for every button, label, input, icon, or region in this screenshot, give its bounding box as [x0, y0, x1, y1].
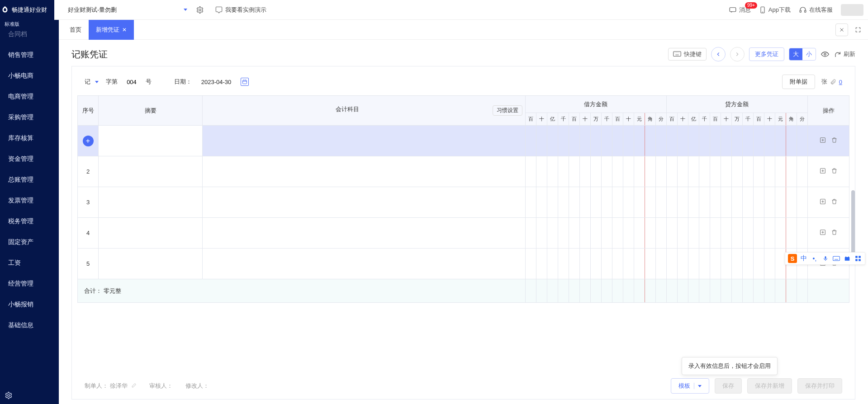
table-row[interactable]: 2 [78, 156, 849, 187]
digit-cell[interactable] [688, 249, 699, 279]
insert-row-button[interactable] [819, 198, 826, 205]
delete-row-button[interactable] [831, 167, 838, 174]
digit-cell[interactable] [569, 126, 579, 156]
digit-cell[interactable] [742, 126, 753, 156]
digit-cell[interactable] [786, 187, 797, 218]
digit-cell[interactable] [558, 249, 569, 279]
ime-skin-icon[interactable] [843, 254, 851, 263]
digit-cell[interactable] [677, 218, 688, 249]
voucher-number-input[interactable] [122, 79, 141, 85]
subject-cell[interactable] [203, 156, 526, 187]
digit-cell[interactable] [569, 156, 579, 187]
digit-cell[interactable] [590, 126, 601, 156]
digit-cell[interactable] [710, 156, 721, 187]
digit-cell[interactable] [547, 249, 558, 279]
digit-cell[interactable] [536, 156, 547, 187]
table-row[interactable]: 3 [78, 187, 849, 218]
digit-cell[interactable] [742, 156, 753, 187]
digit-cell[interactable] [797, 187, 807, 218]
size-large-button[interactable]: 大 [789, 48, 802, 60]
template-button[interactable]: 模板 [671, 378, 709, 394]
tab-home[interactable]: 首页 [62, 20, 89, 40]
digit-cell[interactable] [623, 249, 634, 279]
digit-cell[interactable] [623, 126, 634, 156]
digit-cell[interactable] [536, 218, 547, 249]
digit-cell[interactable] [569, 187, 579, 218]
digit-cell[interactable] [590, 249, 601, 279]
ime-keyboard-icon[interactable] [832, 254, 840, 263]
digit-cell[interactable] [710, 249, 721, 279]
digit-cell[interactable] [677, 187, 688, 218]
size-small-button[interactable]: 小 [802, 48, 816, 60]
digit-cell[interactable] [764, 156, 775, 187]
tab-new-voucher[interactable]: 新增凭证 ✕ [89, 20, 134, 40]
sidebar-item-tax[interactable]: 税务管理 [0, 211, 59, 232]
digit-cell[interactable] [677, 126, 688, 156]
digit-cell[interactable] [601, 218, 612, 249]
digit-cell[interactable] [612, 126, 623, 156]
digit-cell[interactable] [699, 249, 710, 279]
attach-button[interactable]: 附单据 [782, 75, 815, 89]
calendar-icon[interactable] [241, 78, 249, 86]
digit-cell[interactable] [655, 126, 666, 156]
digit-cell[interactable] [699, 187, 710, 218]
digit-cell[interactable] [666, 218, 677, 249]
digit-cell[interactable] [742, 187, 753, 218]
digit-cell[interactable] [579, 249, 590, 279]
digit-cell[interactable] [666, 187, 677, 218]
app-download-button[interactable]: App下载 [759, 6, 791, 14]
digit-cell[interactable] [525, 126, 536, 156]
digit-cell[interactable] [525, 249, 536, 279]
sidebar-item-funds[interactable]: 资金管理 [0, 149, 59, 169]
digit-cell[interactable] [634, 249, 645, 279]
digit-cell[interactable] [731, 156, 742, 187]
delete-row-button[interactable] [831, 229, 838, 236]
digit-cell[interactable] [742, 218, 753, 249]
digit-cell[interactable] [612, 156, 623, 187]
summary-input[interactable] [99, 127, 202, 153]
digit-cell[interactable] [666, 249, 677, 279]
summary-cell[interactable] [99, 156, 203, 187]
digit-cell[interactable] [764, 218, 775, 249]
digit-cell[interactable] [721, 218, 731, 249]
digit-cell[interactable] [645, 187, 655, 218]
more-vouchers-button[interactable]: 更多凭证 [749, 47, 784, 61]
sidebar-settings-button[interactable] [0, 387, 59, 404]
sidebar-item-salary[interactable]: 工资 [0, 253, 59, 273]
digit-cell[interactable] [547, 126, 558, 156]
digit-cell[interactable] [688, 156, 699, 187]
digit-cell[interactable] [699, 126, 710, 156]
digit-cell[interactable] [655, 156, 666, 187]
digit-cell[interactable] [786, 126, 797, 156]
online-service-button[interactable]: 在线客服 [799, 6, 833, 14]
scrollbar[interactable] [851, 190, 855, 254]
digit-cell[interactable] [775, 218, 786, 249]
tab-close-all-button[interactable] [835, 23, 848, 36]
summary-cell[interactable] [99, 218, 203, 249]
digit-cell[interactable] [786, 156, 797, 187]
sidebar-item-assets[interactable]: 固定资产 [0, 232, 59, 253]
digit-cell[interactable] [764, 126, 775, 156]
digit-cell[interactable] [775, 187, 786, 218]
sidebar-item-basic[interactable]: 基础信息 [0, 315, 59, 336]
voucher-type-dropdown[interactable] [95, 81, 99, 83]
digit-cell[interactable] [590, 156, 601, 187]
digit-cell[interactable] [731, 249, 742, 279]
sidebar-item-xiaochang-ec[interactable]: 小畅电商 [0, 66, 59, 86]
digit-cell[interactable] [645, 218, 655, 249]
digit-cell[interactable] [634, 126, 645, 156]
digit-cell[interactable] [536, 249, 547, 279]
digit-cell[interactable] [753, 218, 764, 249]
ime-mic-icon[interactable] [821, 254, 830, 263]
digit-cell[interactable] [753, 156, 764, 187]
digit-cell[interactable] [797, 156, 807, 187]
digit-cell[interactable] [634, 156, 645, 187]
preview-button[interactable] [821, 51, 830, 58]
messages-button[interactable]: 消息 99+ [729, 6, 751, 14]
delete-row-button[interactable] [831, 136, 838, 144]
insert-row-button[interactable] [819, 229, 826, 236]
sidebar-item-gl[interactable]: 总账管理 [0, 169, 59, 190]
ime-toolbar[interactable]: S 中 •, [785, 252, 865, 265]
digit-cell[interactable] [721, 187, 731, 218]
ime-toolbox-icon[interactable] [854, 254, 862, 263]
